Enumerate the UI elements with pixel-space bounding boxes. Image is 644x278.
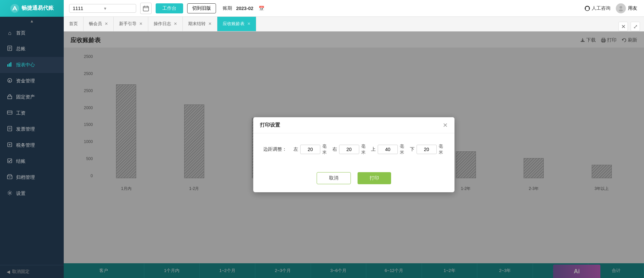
- tab-close-button[interactable]: ✕: [619, 22, 628, 31]
- consult-button[interactable]: 人工咨询: [584, 5, 610, 11]
- tab-member[interactable]: 畅会员 ✕: [84, 17, 114, 31]
- switch-version-button[interactable]: 切到旧版: [187, 3, 216, 13]
- tab-oplog-label: 操作日志: [154, 21, 171, 27]
- period-calendar-icon[interactable]: 📅: [259, 6, 264, 11]
- sidebar-item-assets[interactable]: 固定资产: [0, 89, 64, 105]
- sidebar-item-settle[interactable]: 结账: [0, 153, 64, 169]
- svg-text:¥: ¥: [8, 79, 11, 82]
- cancel-button[interactable]: 取消: [317, 172, 351, 184]
- logo-area: 畅捷通易代账: [0, 0, 64, 17]
- svg-rect-22: [8, 126, 12, 131]
- sidebar-item-archive[interactable]: 归档管理: [0, 169, 64, 186]
- tab-ar-aging-close[interactable]: ✕: [247, 21, 251, 26]
- user-avatar: [616, 3, 626, 13]
- svg-rect-7: [589, 8, 590, 9]
- margin-right-input[interactable]: [339, 145, 359, 154]
- tab-ar-aging[interactable]: 应收账龄表 ✕: [217, 17, 256, 31]
- sidebar-label-settle: 结账: [16, 158, 25, 164]
- sidebar-item-invoice[interactable]: 发票管理: [0, 121, 64, 137]
- logo-text: 畅捷通易代账: [21, 5, 54, 12]
- company-select[interactable]: 1111 ▾: [69, 4, 136, 13]
- company-name: 1111: [73, 6, 101, 11]
- sidebar-label-ledger: 总账: [16, 46, 25, 52]
- unpin-icon: ◀: [7, 269, 10, 274]
- tab-oplog[interactable]: 操作日志 ✕: [148, 17, 183, 31]
- sidebar-item-funds[interactable]: ¥ 资金管理: [0, 73, 64, 89]
- content-area: 首页 畅会员 ✕ 新手引导 ✕ 操作日志 ✕ 期末结转 ✕ 应收账龄表 ✕: [64, 17, 644, 278]
- margin-left-unit: 毫米: [322, 143, 328, 155]
- margin-left-input[interactable]: [300, 145, 320, 154]
- user-area[interactable]: 用友: [616, 3, 637, 13]
- tab-home[interactable]: 首页: [64, 17, 84, 31]
- tabs-bar: 首页 畅会员 ✕ 新手引导 ✕ 操作日志 ✕ 期末结转 ✕ 应收账龄表 ✕: [64, 17, 644, 31]
- settle-icon: [7, 158, 13, 165]
- sidebar-item-reports[interactable]: 报表中心: [0, 57, 64, 73]
- settings-icon: [7, 190, 13, 197]
- margin-top-unit: 毫米: [400, 143, 406, 155]
- margin-row: 边距调整： 左 毫米 右 毫米: [263, 143, 444, 155]
- margin-right-group: 右 毫米: [332, 143, 367, 155]
- svg-rect-20: [7, 111, 12, 114]
- modal-print-button[interactable]: 打印: [358, 172, 391, 184]
- tab-expand-button[interactable]: ⤢: [631, 22, 640, 31]
- tab-guide[interactable]: 新手引导 ✕: [114, 17, 148, 31]
- margin-left-label: 左: [293, 146, 298, 152]
- tab-period-end-close[interactable]: ✕: [208, 21, 212, 26]
- archive-icon: [7, 174, 13, 181]
- header-right: 人工咨询 用友: [584, 3, 644, 13]
- sidebar-scroll-up[interactable]: ▲: [0, 17, 64, 25]
- assets-icon: [7, 94, 13, 100]
- header-middle: 1111 ▾ 工作台 切到旧版 账期 2023-02 📅: [64, 3, 584, 14]
- tab-guide-close[interactable]: ✕: [139, 21, 143, 26]
- reports-icon: [7, 62, 13, 68]
- logo-icon: [10, 4, 19, 13]
- margin-top-label: 上: [371, 146, 376, 152]
- unpin-button[interactable]: ◀ 取消固定: [0, 265, 64, 278]
- margin-right-unit: 毫米: [361, 143, 367, 155]
- sidebar-item-home[interactable]: ⌂ 首页: [0, 25, 64, 41]
- modal-title: 打印设置: [260, 122, 280, 128]
- main-layout: ▲ ⌂ 首页 总账 报表中心 ¥ 资金管理 固定资产: [0, 17, 644, 278]
- workbench-button[interactable]: 工作台: [156, 3, 183, 13]
- sidebar-label-payroll: 工资: [16, 110, 25, 116]
- svg-rect-19: [8, 96, 12, 99]
- sidebar-item-tax[interactable]: 税务管理: [0, 137, 64, 153]
- sidebar-label-settings: 设置: [16, 191, 25, 197]
- svg-rect-14: [7, 64, 8, 67]
- invoice-icon: [7, 126, 13, 133]
- calendar-icon-btn[interactable]: [140, 3, 152, 14]
- tax-icon: [7, 142, 13, 149]
- sidebar-item-ledger[interactable]: 总账: [0, 41, 64, 57]
- ledger-icon: [7, 46, 13, 52]
- svg-point-0: [10, 4, 19, 13]
- modal-close-button[interactable]: ✕: [443, 122, 448, 128]
- svg-rect-16: [10, 62, 11, 67]
- modal-body: 边距调整： 左 毫米 右 毫米: [253, 133, 454, 169]
- tab-member-close[interactable]: ✕: [105, 21, 108, 26]
- tab-period-end[interactable]: 期末结转 ✕: [183, 17, 217, 31]
- tab-actions: ✕ ⤢: [619, 22, 644, 31]
- margin-top-group: 上 毫米: [371, 143, 406, 155]
- period-value: 2023-02: [236, 6, 253, 11]
- svg-point-9: [619, 9, 623, 11]
- tab-ar-aging-label: 应收账龄表: [223, 21, 245, 27]
- sidebar-item-payroll[interactable]: 工资: [0, 105, 64, 121]
- sidebar-label-home: 首页: [16, 30, 25, 36]
- tab-oplog-close[interactable]: ✕: [174, 21, 177, 26]
- calendar-icon: [143, 5, 149, 11]
- svg-rect-15: [9, 63, 10, 67]
- svg-point-8: [620, 6, 622, 9]
- unpin-label: 取消固定: [12, 269, 30, 275]
- modal-overlay[interactable]: 打印设置 ✕ 边距调整： 左 毫米 右: [64, 31, 644, 278]
- margin-label: 边距调整：: [263, 146, 287, 152]
- margin-bottom-input[interactable]: [417, 145, 437, 154]
- sidebar-item-settings[interactable]: 设置: [0, 186, 64, 202]
- modal-header: 打印设置 ✕: [253, 117, 454, 133]
- svg-rect-6: [585, 8, 586, 9]
- margin-top-input[interactable]: [378, 145, 398, 154]
- page-content: 应收账龄表 下载 打印 刷新: [64, 31, 644, 278]
- home-icon: ⌂: [7, 30, 13, 36]
- user-icon: [618, 5, 624, 12]
- sidebar-label-archive: 归档管理: [16, 175, 35, 181]
- sidebar-label-invoice: 发票管理: [16, 126, 35, 132]
